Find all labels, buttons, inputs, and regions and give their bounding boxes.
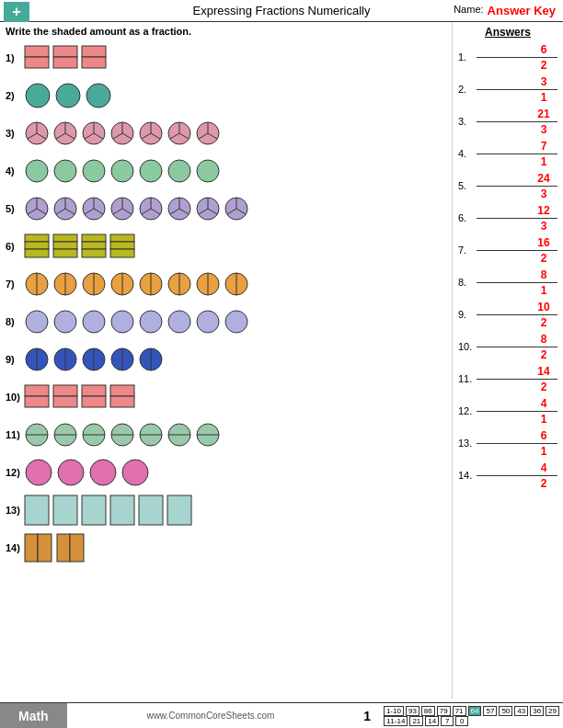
denominator: 2 bbox=[541, 477, 547, 490]
shape bbox=[195, 271, 221, 297]
svg-point-109 bbox=[168, 311, 190, 333]
shape bbox=[56, 458, 86, 487]
fraction-line bbox=[530, 89, 557, 90]
shapes-1 bbox=[24, 45, 107, 71]
shape bbox=[52, 495, 78, 526]
denominator: 2 bbox=[541, 348, 547, 361]
answer-fraction-wrapper: 7 1 bbox=[477, 140, 557, 168]
denominator: 3 bbox=[541, 188, 547, 200]
svg-point-38 bbox=[54, 160, 76, 182]
problems-section: Write the shaded amount as a fraction. 1… bbox=[0, 22, 453, 699]
problem-row-12: 12) bbox=[6, 455, 446, 490]
answer-num: 13. bbox=[458, 438, 477, 449]
fraction-line bbox=[530, 314, 557, 315]
footer-website: www.CommonCoreSheets.com bbox=[67, 711, 354, 721]
name-area: Name: Answer Key bbox=[454, 4, 556, 17]
problem-row-14: 14) bbox=[6, 530, 446, 565]
denominator: 2 bbox=[541, 59, 547, 72]
score-cell: 14 bbox=[425, 716, 439, 726]
numerator: 10 bbox=[537, 301, 549, 313]
svg-rect-85 bbox=[110, 234, 134, 242]
svg-rect-1 bbox=[25, 57, 49, 68]
answer-line bbox=[477, 314, 530, 315]
numerator: 8 bbox=[541, 333, 547, 346]
shape bbox=[109, 233, 135, 259]
shapes-9 bbox=[24, 347, 164, 372]
answer-fraction-wrapper: 6 2 bbox=[477, 43, 557, 72]
answer-item: 12. 4 1 bbox=[458, 396, 557, 426]
problem-row-2: 2) bbox=[6, 78, 446, 113]
svg-point-39 bbox=[83, 160, 105, 182]
shape bbox=[52, 271, 78, 297]
answer-fraction-wrapper: 24 3 bbox=[477, 172, 557, 200]
svg-point-144 bbox=[26, 460, 52, 485]
fraction: 8 1 bbox=[530, 268, 557, 297]
shape bbox=[167, 158, 192, 184]
logo: + bbox=[4, 2, 29, 22]
fraction: 8 2 bbox=[530, 333, 557, 361]
fraction: 3 1 bbox=[530, 75, 557, 104]
svg-point-43 bbox=[197, 160, 219, 182]
shape bbox=[52, 422, 78, 448]
svg-rect-0 bbox=[25, 46, 49, 57]
problem-num-13: 13) bbox=[6, 505, 24, 516]
problem-num-1: 1) bbox=[6, 52, 24, 63]
fraction: 14 2 bbox=[530, 365, 557, 393]
shape bbox=[109, 158, 135, 184]
svg-rect-154 bbox=[25, 534, 38, 562]
page-title: Expressing Fractions Numerically bbox=[193, 4, 371, 17]
answer-item: 11. 14 2 bbox=[458, 364, 557, 393]
score-cell: 0 bbox=[455, 716, 468, 726]
shape bbox=[24, 458, 53, 487]
denominator: 3 bbox=[541, 123, 547, 136]
answer-num: 4. bbox=[458, 148, 477, 159]
shape bbox=[52, 384, 78, 410]
answers-section: Answers 1. 6 2 2. 3 1 bbox=[453, 22, 563, 699]
answer-line bbox=[477, 411, 530, 412]
shapes-4 bbox=[24, 158, 221, 184]
answer-num: 12. bbox=[458, 405, 477, 416]
score-cell-highlight: 64 bbox=[468, 706, 482, 716]
answer-line bbox=[477, 347, 530, 347]
denominator: 1 bbox=[541, 91, 547, 104]
problem-row-1: 1) bbox=[6, 40, 446, 75]
answer-line bbox=[477, 57, 530, 58]
problem-num-4: 4) bbox=[6, 165, 24, 176]
svg-rect-84 bbox=[82, 249, 106, 257]
answer-fraction-wrapper: 3 1 bbox=[477, 75, 557, 104]
svg-point-147 bbox=[122, 460, 148, 485]
answer-item: 6. 12 3 bbox=[458, 203, 557, 233]
fraction-line bbox=[530, 443, 557, 444]
score-row-1: 1-10 93 86 79 71 64 57 50 43 36 29 bbox=[384, 706, 559, 716]
shape bbox=[24, 158, 50, 184]
shape bbox=[52, 120, 78, 146]
numerator: 16 bbox=[537, 236, 549, 249]
svg-rect-148 bbox=[25, 495, 49, 525]
answer-num: 9. bbox=[458, 309, 477, 320]
shape bbox=[138, 120, 164, 146]
shape bbox=[24, 533, 53, 563]
shape bbox=[138, 309, 164, 335]
numerator: 24 bbox=[537, 172, 549, 185]
fraction: 10 2 bbox=[530, 301, 557, 329]
svg-rect-77 bbox=[25, 242, 49, 249]
shape bbox=[138, 495, 164, 526]
denominator: 1 bbox=[541, 413, 547, 426]
svg-rect-128 bbox=[110, 385, 134, 396]
shape bbox=[224, 309, 249, 335]
svg-rect-125 bbox=[53, 396, 77, 407]
answer-num: 5. bbox=[458, 180, 477, 191]
shape bbox=[81, 45, 107, 71]
numerator: 6 bbox=[541, 43, 547, 56]
svg-point-37 bbox=[26, 160, 48, 182]
problem-num-12: 12) bbox=[6, 467, 24, 478]
answer-item: 9. 10 2 bbox=[458, 300, 557, 329]
shape bbox=[81, 384, 107, 410]
svg-rect-126 bbox=[82, 385, 106, 396]
score-cell: 21 bbox=[409, 716, 423, 726]
shape bbox=[81, 495, 107, 526]
shape bbox=[81, 422, 107, 448]
shape bbox=[52, 196, 78, 222]
fraction: 4 2 bbox=[530, 461, 557, 490]
svg-rect-124 bbox=[53, 385, 77, 396]
